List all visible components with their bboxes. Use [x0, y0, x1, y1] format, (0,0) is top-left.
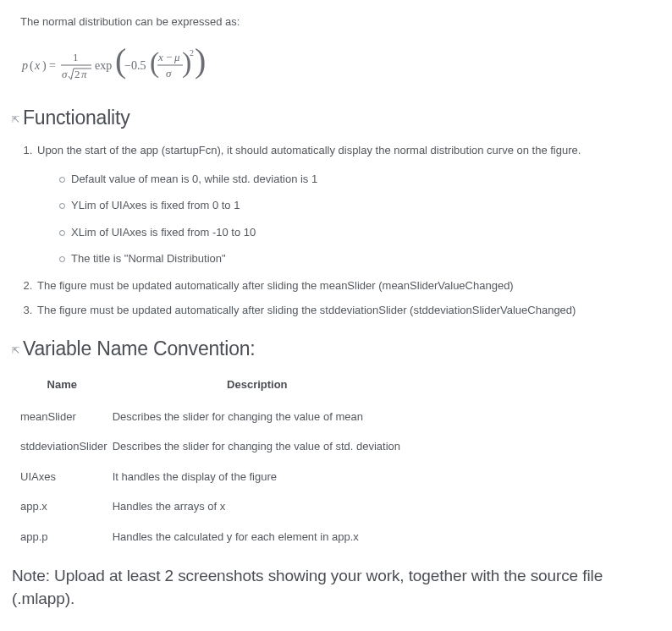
var-desc: Handles the arrays of x [113, 491, 410, 522]
var-name: meanSlider [20, 402, 113, 432]
table-row: app.x Handles the arrays of x [20, 491, 410, 522]
var-name: app.x [20, 491, 113, 522]
varnames-heading: Variable Name Convention: [23, 334, 256, 364]
func-item-2: The figure must be updated automatically… [36, 277, 664, 294]
col-desc: Description [113, 373, 410, 402]
svg-text:x: x [157, 51, 163, 63]
func-sub-2: YLim of UIAxes is fixed from 0 to 1 [59, 197, 664, 214]
func-sub-3: XLim of UIAxes is fixed from -10 to 10 [59, 224, 664, 241]
anchor-link-icon[interactable]: ⇱ [12, 343, 19, 358]
var-desc: It handles the display of the figure [113, 462, 410, 492]
func-sub-1: Default value of mean is 0, while std. d… [59, 171, 664, 188]
var-name: stddeviationSlider [20, 431, 113, 462]
func-sub-4: The title is "Normal Distribution" [59, 250, 664, 267]
formula-image: p ( x ) = 1 σ 2 π exp ( −0.5 ( x − μ [20, 42, 664, 88]
table-row: stddeviationSlider Describes the slider … [20, 431, 410, 462]
table-row: UIAxes It handles the display of the fig… [20, 462, 410, 492]
var-name: app.p [20, 522, 113, 552]
anchor-link-icon[interactable]: ⇱ [12, 112, 19, 127]
col-name: Name [20, 373, 113, 402]
svg-text:2: 2 [190, 48, 194, 58]
svg-text:exp: exp [95, 59, 112, 72]
table-row: app.p Handles the calculated y for each … [20, 522, 410, 552]
svg-text:1: 1 [73, 51, 79, 63]
svg-text:σ: σ [62, 68, 68, 80]
func-item-3: The figure must be updated automatically… [36, 302, 664, 319]
varnames-table: Name Description meanSlider Describes th… [20, 373, 410, 551]
func-item-1-text: Upon the start of the app (startupFcn), … [37, 144, 581, 156]
svg-text:σ: σ [166, 67, 172, 80]
table-row: meanSlider Describes the slider for chan… [20, 402, 410, 432]
svg-text:π: π [81, 68, 87, 80]
svg-text:−0.5: −0.5 [124, 59, 146, 72]
svg-text:−: − [166, 51, 172, 63]
note-text: Note: Upload at least 2 screenshots show… [12, 565, 664, 610]
var-desc: Describes the slider for changing the va… [113, 431, 410, 462]
functionality-heading: Functionality [23, 103, 130, 133]
svg-text:): ) [195, 42, 206, 80]
var-name: UIAxes [20, 462, 113, 492]
intro-text: The normal distribution can be expressed… [20, 14, 664, 30]
svg-text:x: x [34, 59, 41, 72]
svg-text:μ: μ [174, 51, 180, 63]
var-desc: Handles the calculated y for each elemen… [113, 522, 410, 552]
func-item-1: Upon the start of the app (startupFcn), … [36, 142, 664, 267]
functionality-list: Upon the start of the app (startupFcn), … [36, 142, 664, 319]
svg-text:(: ( [30, 59, 34, 73]
svg-text:=: = [49, 59, 56, 72]
var-desc: Describes the slider for changing the va… [113, 402, 410, 432]
svg-text:2: 2 [74, 68, 80, 80]
svg-text:p: p [21, 59, 28, 72]
svg-text:): ) [42, 59, 47, 73]
